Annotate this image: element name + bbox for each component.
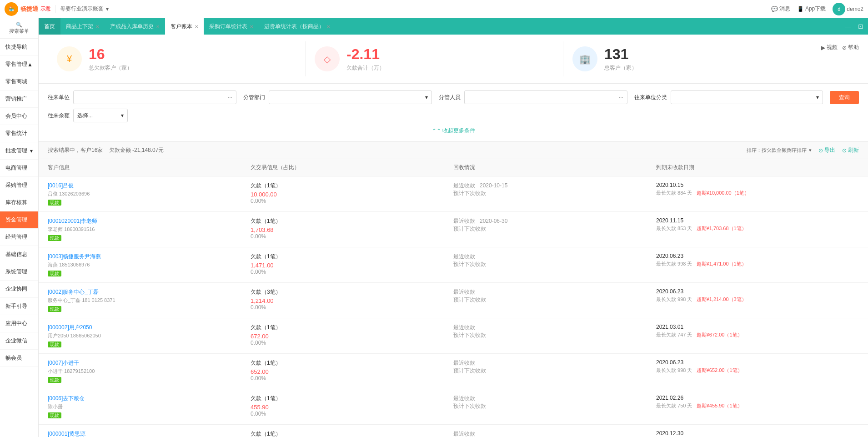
due-date-cell: 2020.11.15 最长欠款 853 天 超期¥1,703.68（1笔） bbox=[656, 217, 859, 232]
table-container: 客户信息 欠交易信息（占比） 回收情况 到期未收款日期 [0016]吕俊 吕俊 … bbox=[39, 159, 868, 437]
sort-area: 排序：按欠款金额倒序排序 ▾ bbox=[747, 147, 812, 154]
table-col-due: 到期未收款日期 bbox=[656, 164, 859, 171]
customer-name-link[interactable]: [0003]畅捷服务尹海燕 bbox=[48, 253, 251, 261]
video-icon: ▶ bbox=[821, 45, 825, 51]
sidebar-item-corp-wechat[interactable]: 企业微信 bbox=[0, 332, 38, 350]
overdue-link[interactable]: 超期¥672.00（1笔） bbox=[697, 332, 743, 337]
collapse-btn[interactable]: ⌃⌃ 收起更多条件 bbox=[48, 127, 859, 135]
due-date: 2021.02.26 bbox=[656, 395, 859, 401]
system-label: 系统管理 bbox=[5, 268, 27, 276]
tab-purchase-order-label: 采购订单统计表 bbox=[209, 23, 247, 30]
filter-input-person[interactable]: ··· bbox=[464, 90, 627, 104]
sidebar-item-marketing[interactable]: 营销推广 bbox=[0, 90, 38, 108]
tab-customer-account[interactable]: 客户账本 ✕ bbox=[165, 18, 204, 35]
customer-tag: 现款 bbox=[48, 342, 61, 347]
ops-label: 经营管理 bbox=[5, 233, 27, 241]
basic-info-label: 基础信息 bbox=[5, 251, 27, 258]
tab-product-history[interactable]: 产成品入库单历史 ✕ bbox=[105, 18, 165, 35]
customer-info-cell: [000002]用户2050 用户2050 18665062050 现款 bbox=[48, 324, 251, 348]
customer-contact: 陈小册 bbox=[48, 403, 251, 410]
filter-label-balance: 往来余额 bbox=[48, 112, 70, 120]
customer-name-link[interactable]: [0016]吕俊 bbox=[48, 182, 251, 190]
sidebar-item-inventory[interactable]: 库存核算 bbox=[0, 194, 38, 211]
customer-name-link[interactable]: [000002]用户2050 bbox=[48, 324, 251, 332]
sidebar-item-ops[interactable]: 经营管理 bbox=[0, 229, 38, 246]
sidebar-item-vip[interactable]: 畅会员 bbox=[0, 350, 38, 367]
overdue-link[interactable]: 超期¥455.90（1笔） bbox=[697, 403, 743, 408]
tab-product-shelf-close-icon[interactable]: ✕ bbox=[95, 24, 99, 29]
sidebar-item-retail-mgmt[interactable]: 零售管理 ▲ bbox=[0, 56, 38, 73]
result-bar-right: 排序：按欠款金额倒序排序 ▾ ⊙ 导出 ⊙ 刷新 bbox=[747, 146, 859, 154]
overdue-link[interactable]: 超期¥1,214.00（3笔） bbox=[697, 296, 747, 302]
sidebar-item-member[interactable]: 会员中心 bbox=[0, 108, 38, 125]
filter-input-partner[interactable]: ··· bbox=[73, 90, 236, 104]
table-row: [0016]吕俊 吕俊 13026203696 现款 欠款（1笔） 10,000… bbox=[39, 176, 868, 212]
sidebar-item-quick-nav[interactable]: 快捷导航 bbox=[0, 39, 38, 56]
video-btn[interactable]: ▶ 视频 bbox=[821, 44, 838, 51]
sidebar-item-system[interactable]: 系统管理 bbox=[0, 263, 38, 281]
filter-select-category[interactable]: ▾ bbox=[671, 90, 823, 104]
sidebar-item-new-guide[interactable]: 新手引导 bbox=[0, 298, 38, 315]
customer-info-cell: [0001020001]李老师 李老师 18600391516 现款 bbox=[48, 217, 251, 241]
app-download-btn[interactable]: 📱 App下载 bbox=[797, 5, 826, 13]
tab-minimize-icon[interactable]: — bbox=[843, 23, 853, 30]
search-menu-btn[interactable]: 🔍 搜索菜单 bbox=[0, 18, 38, 39]
tab-maximize-icon[interactable]: ⊡ bbox=[856, 23, 866, 30]
customer-name-link[interactable]: [0006]去下粮仓 bbox=[48, 395, 251, 402]
collect-info-cell: 最近收款 预计下次收款 bbox=[453, 253, 656, 268]
tab-purchase-stat[interactable]: 进货单统计表（按商品） ✕ bbox=[259, 18, 336, 35]
last-collect-label: 最近收款 bbox=[453, 395, 656, 402]
tab-customer-account-label: 客户账本 bbox=[171, 23, 192, 30]
top-bar-left: 🏪 畅捷通 示意 母婴行业演示账套 ▾ bbox=[5, 2, 109, 16]
filter-select-balance-arrow-icon: ▾ bbox=[121, 112, 124, 119]
customer-name-link[interactable]: [0002]服务中心_丁磊 bbox=[48, 288, 251, 296]
due-date-cell: 2021.02.26 最长欠款 750 天 超期¥455.90（1笔） bbox=[656, 395, 859, 409]
sidebar-item-batch-mgmt[interactable]: 批发管理 ▾ bbox=[0, 142, 38, 160]
refresh-btn[interactable]: ⊙ 刷新 bbox=[842, 146, 859, 154]
sub-logo: 示意 bbox=[40, 5, 50, 12]
tab-purchase-stat-close-icon[interactable]: ✕ bbox=[326, 24, 330, 29]
sidebar-item-finance[interactable]: 资金管理 bbox=[0, 211, 38, 229]
tab-customer-account-close-icon[interactable]: ✕ bbox=[195, 24, 198, 29]
sidebar-item-retail-stat[interactable]: 零售统计 bbox=[0, 125, 38, 142]
message-btn[interactable]: 💬 消息 bbox=[771, 5, 790, 13]
sidebar-item-purchase[interactable]: 采购管理 bbox=[0, 177, 38, 194]
overdue-link[interactable]: 超期¥10,000.00（1笔） bbox=[697, 190, 749, 196]
filter-select-dept[interactable]: ▾ bbox=[269, 90, 432, 104]
stat-label-debt-total: 欠款合计（万） bbox=[346, 64, 385, 72]
sidebar-item-ecom[interactable]: 电商管理 bbox=[0, 160, 38, 177]
customer-contact: 小进干 18279152100 bbox=[48, 368, 251, 375]
company-selector[interactable]: 母婴行业演示账套 ▾ bbox=[55, 5, 109, 13]
customer-tag: 现款 bbox=[48, 271, 61, 276]
stat-label-debt-customers: 总欠款客户（家） bbox=[89, 64, 132, 72]
overdue-link[interactable]: 超期¥652.00（1笔） bbox=[697, 367, 743, 373]
customer-name-link[interactable]: [000001]黄思源 bbox=[48, 430, 251, 437]
sidebar-item-app-center[interactable]: 应用中心 bbox=[0, 315, 38, 332]
export-btn[interactable]: ⊙ 导出 bbox=[818, 146, 835, 154]
due-date: 2020.11.15 bbox=[656, 217, 859, 224]
help-btn[interactable]: ⊘ 帮助 bbox=[842, 44, 859, 51]
debt-ratio: 0.00% bbox=[251, 233, 453, 240]
help-icon: ⊘ bbox=[842, 45, 847, 51]
debt-info-cell: 欠款（1笔） 10,000.00 0.00% bbox=[251, 182, 453, 204]
tab-purchase-order[interactable]: 采购订单统计表 ✕ bbox=[204, 18, 259, 35]
sidebar-item-basic-info[interactable]: 基础信息 bbox=[0, 246, 38, 263]
sidebar-item-retail-shop[interactable]: 零售商城 bbox=[0, 73, 38, 90]
tab-product-history-close-icon[interactable]: ✕ bbox=[156, 24, 160, 29]
tab-home[interactable]: 首页 bbox=[39, 18, 60, 35]
overdue-link[interactable]: 超期¥1,703.68（1笔） bbox=[697, 226, 747, 231]
user-avatar-btn[interactable]: d demo2 bbox=[833, 3, 863, 15]
sidebar: 🔍 搜索菜单 快捷导航 零售管理 ▲ 零售商城 营销推广 会员中心 零售统计 批… bbox=[0, 18, 39, 437]
collect-info-cell: 最近收款 预计下次收款 bbox=[453, 359, 656, 375]
collect-info-cell: 最近收款 预计下次收款 bbox=[453, 324, 656, 339]
filter-item-person: 分管人员 ··· bbox=[439, 90, 627, 104]
customer-name-link[interactable]: [0007]小进干 bbox=[48, 359, 251, 367]
search-button[interactable]: 查询 bbox=[830, 91, 859, 104]
tab-home-label: 首页 bbox=[44, 23, 55, 30]
customer-name-link[interactable]: [0001020001]李老师 bbox=[48, 217, 251, 225]
tab-purchase-order-close-icon[interactable]: ✕ bbox=[250, 24, 253, 29]
sidebar-item-company-coop[interactable]: 企业协同 bbox=[0, 281, 38, 298]
overdue-link[interactable]: 超期¥1,471.00（1笔） bbox=[697, 261, 747, 266]
tab-product-shelf[interactable]: 商品上下架 ✕ bbox=[60, 18, 105, 35]
filter-select-balance[interactable]: 选择... ▾ bbox=[73, 109, 128, 122]
